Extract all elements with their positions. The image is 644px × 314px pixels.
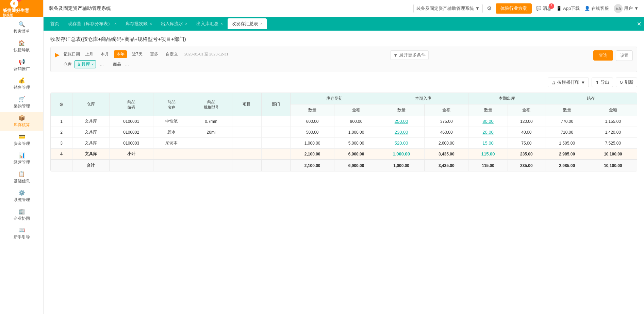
sidebar-nav: 🔍 搜索菜单 🏠 快捷导航 📢 营销推广 💰 销售管理 🛒 采购管理 📦 库存核…: [0, 17, 43, 314]
expand-more-btn[interactable]: ▼ 展开更多条件: [390, 50, 429, 60]
subtotal-no: 4: [51, 149, 72, 160]
total-init-qty: 2,100.00: [291, 160, 334, 171]
tab-inventory-dist-label: 现存量（库存分布表）: [68, 21, 112, 27]
row3-in-qty[interactable]: 520.00: [378, 138, 425, 149]
sidebar-item-purchase[interactable]: 🛒 采购管理: [0, 93, 43, 112]
filter-expand-arrow[interactable]: ▶: [55, 51, 60, 59]
sidebar-item-marketing[interactable]: 📢 营销推广: [0, 56, 43, 75]
th-bal-amt: 金额: [589, 104, 637, 116]
guide-icon: 📖: [18, 227, 25, 233]
refresh-label: 刷新: [625, 79, 633, 85]
tab-batch-close[interactable]: ×: [150, 21, 152, 26]
warehouse-tag-close[interactable]: ×: [92, 62, 94, 66]
date-btn-more[interactable]: 更多: [148, 50, 161, 58]
row3-out-qty[interactable]: 15.00: [468, 138, 508, 149]
row2-out-qty[interactable]: 20.00: [468, 127, 508, 138]
sidebar-label-business: 经营管理: [14, 160, 30, 165]
date-btn-custom[interactable]: 自定义: [163, 50, 180, 58]
sidebar-item-business[interactable]: 📊 经营管理: [0, 149, 43, 168]
th-gear[interactable]: ⚙: [51, 93, 72, 116]
row1-code: 0100001: [109, 116, 153, 127]
row3-name: 采访本: [153, 138, 190, 149]
sidebar-item-guide[interactable]: 📖 新手引导: [0, 224, 43, 243]
query-button[interactable]: 查询: [593, 50, 613, 61]
subtotal-out-qty[interactable]: 115.00: [468, 149, 508, 160]
th-out: 本期出库: [468, 93, 545, 104]
tab-inout-summary[interactable]: 出入库汇总 ×: [192, 18, 227, 29]
user-action[interactable]: Ea 用户 ▼: [614, 4, 639, 13]
row1-out-qty[interactable]: 80.00: [468, 116, 508, 127]
sidebar-item-enterprise[interactable]: 🏢 企业协同: [0, 205, 43, 224]
tabbar-close-icon[interactable]: ✕: [637, 21, 641, 27]
tab-inout-flow-close[interactable]: ×: [185, 21, 187, 26]
subtotal-row: 4 文具库 小计 2,100.00 6,900.00 1,000.00 3,43…: [51, 149, 637, 160]
settings-button[interactable]: 设置: [616, 50, 633, 61]
sidebar-item-sales[interactable]: 💰 销售管理: [0, 75, 43, 93]
row2-in-qty[interactable]: 230.00: [378, 127, 425, 138]
refresh-button[interactable]: ↻ 刷新: [616, 78, 637, 87]
subtotal-in-qty[interactable]: 1,000.00: [378, 149, 425, 160]
row3-init-amt: 5,000.00: [334, 138, 378, 149]
goods-label: 商品: [113, 62, 121, 67]
date-btn-last-month[interactable]: 上月: [83, 50, 96, 58]
tab-batch-label: 库存批次账: [126, 21, 148, 27]
sales-icon: 💰: [18, 77, 25, 84]
goods-more[interactable]: ...: [125, 62, 129, 67]
sidebar-item-search[interactable]: 🔍 搜索菜单: [0, 18, 43, 37]
marketing-icon: 📢: [18, 59, 25, 65]
tab-inventory-dist-close[interactable]: ×: [114, 21, 117, 26]
warehouse-more[interactable]: ...: [100, 62, 103, 67]
export-label: 导出: [600, 79, 609, 85]
row1-in-qty[interactable]: 250.00: [378, 116, 425, 127]
table-row: 3 文具库 0100003 采访本 1,000.00 5,000.00 520.…: [51, 138, 637, 149]
date-btn-this-month[interactable]: 本月: [98, 50, 111, 58]
message-action[interactable]: 💬 消息 6: [536, 5, 551, 12]
print-button[interactable]: 🖨 按模板打印 ▼: [548, 78, 589, 87]
tab-rec-sum-close[interactable]: ×: [260, 21, 263, 26]
tab-inventory-dist[interactable]: 现存量（库存分布表） ×: [64, 18, 121, 29]
filter-actions: 查询 设置: [593, 50, 633, 61]
row3-out-amt: 75.00: [508, 138, 545, 149]
row1-init-qty: 600.00: [291, 116, 334, 127]
tab-batch[interactable]: 库存批次账 ×: [121, 18, 156, 29]
date-btn-this-year[interactable]: 本年: [114, 50, 127, 58]
row3-spec: [190, 138, 232, 149]
system-icon: ⚙️: [18, 189, 25, 196]
message-icon: 💬: [536, 6, 541, 11]
row2-project: [232, 127, 261, 138]
row2-init-amt: 1,000.00: [334, 127, 378, 138]
date-btn-7days[interactable]: 近7天: [130, 50, 145, 58]
row3-in-amt: 2,600.00: [425, 138, 468, 149]
sidebar-label-sales: 销售管理: [14, 85, 30, 90]
row3-warehouse: 文具库: [72, 138, 110, 149]
settings-icon[interactable]: ⚙: [487, 5, 492, 12]
sidebar-item-quicknav[interactable]: 🏠 快捷导航: [0, 37, 43, 56]
sidebar-label-guide: 新手引导: [14, 234, 30, 240]
app-download-action[interactable]: 📱 App下载: [556, 5, 580, 12]
total-label: 合计: [72, 160, 110, 171]
subtotal-out-amt: 235.00: [508, 149, 545, 160]
system-dropdown[interactable]: 装备及固定资产辅助管理系统 ▼: [413, 4, 483, 13]
total-in-qty: 1,000.00: [378, 160, 425, 171]
tab-home[interactable]: 首页: [46, 18, 63, 29]
online-service-action[interactable]: 👤 在线客服: [584, 5, 609, 12]
sidebar-item-inventory[interactable]: 📦 库存核算: [0, 112, 43, 131]
export-button[interactable]: ⬆ 导出: [592, 78, 613, 87]
sidebar-item-system[interactable]: ⚙️ 系统管理: [0, 187, 43, 205]
sidebar-item-capital[interactable]: 💳 资金管理: [0, 131, 43, 149]
th-project: 项目: [232, 93, 261, 116]
phone-icon: 📱: [556, 6, 562, 11]
tab-inout-summary-close[interactable]: ×: [220, 21, 223, 26]
tab-inout-flow[interactable]: 出入库流水 ×: [157, 18, 192, 29]
total-row: 合计 2,100.00 6,900.00 1,000.00 3,435.00 1…: [51, 160, 637, 171]
gear-icon[interactable]: ⚙: [59, 102, 64, 107]
th-bal-qty: 数量: [545, 104, 589, 116]
tab-home-label: 首页: [50, 21, 59, 27]
sidebar-item-basic[interactable]: 📋 基础信息: [0, 168, 43, 187]
inventory-icon: 📦: [18, 115, 25, 121]
trial-button[interactable]: 体验行业方案: [496, 3, 532, 14]
sidebar-label-marketing: 营销推广: [14, 66, 30, 72]
warehouse-tag[interactable]: 文具库 ×: [75, 60, 96, 68]
tab-rec-sum[interactable]: 收发存汇总表 ×: [228, 18, 267, 29]
th-warehouse: 仓库: [72, 93, 110, 116]
